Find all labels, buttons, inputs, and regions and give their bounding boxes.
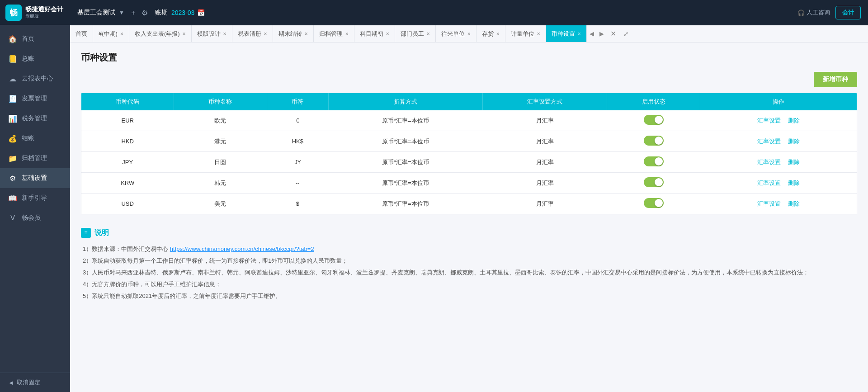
tab-archive-close[interactable]: ×: [345, 31, 349, 37]
toggle-track-0[interactable]: [644, 115, 664, 125]
tab-inventory[interactable]: 存货 ×: [476, 25, 505, 43]
tab-zhongqi-close[interactable]: ×: [120, 31, 123, 37]
new-currency-button[interactable]: 新增币种: [814, 72, 857, 87]
tab-unit[interactable]: 计量单位 ×: [505, 25, 546, 43]
rate-settings-link-2[interactable]: 汇率设置: [757, 159, 781, 165]
tab-home[interactable]: 首页: [70, 25, 93, 43]
sidebar-item-invoice[interactable]: 🧾 发票管理: [0, 89, 70, 109]
page-title: 币种设置: [81, 52, 857, 64]
tab-prev-arrow[interactable]: ◀: [587, 25, 597, 43]
tab-template[interactable]: 模版设计 ×: [192, 25, 232, 43]
tab-subject[interactable]: 科目期初 ×: [354, 25, 395, 43]
settings-gear-icon[interactable]: ⚙: [142, 9, 148, 17]
sidebar-pin-label: 取消固定: [17, 378, 40, 387]
sidebar-item-home[interactable]: 🏠 首页: [0, 29, 70, 49]
sidebar-item-ledger[interactable]: 📒 总账: [0, 49, 70, 69]
sidebar-item-reports-label: 云报表中心: [22, 75, 53, 83]
home-icon: 🏠: [8, 34, 17, 43]
delete-link-4[interactable]: 删除: [788, 200, 800, 207]
toggle-2[interactable]: [644, 156, 664, 166]
cell-actions-0: 汇率设置 删除: [700, 110, 857, 131]
tab-unit-close[interactable]: ×: [537, 31, 540, 37]
tab-home-label: 首页: [75, 30, 87, 38]
tab-close-all-button[interactable]: ✕: [607, 25, 620, 43]
sidebar-item-vip[interactable]: V 畅会员: [0, 208, 70, 228]
tab-zhongqi[interactable]: ¥(中期) ×: [93, 25, 129, 43]
notes-content: 1）数据来源：中国外汇交易中心 https://www.chinamoney.c…: [81, 243, 857, 302]
tab-dept-close[interactable]: ×: [427, 31, 430, 37]
toggle-0[interactable]: [644, 115, 664, 125]
company-name: 基层工会测试: [77, 9, 115, 17]
cell-status-2: [607, 152, 700, 173]
sidebar-item-reports[interactable]: ☁ 云报表中心: [0, 69, 70, 89]
toggle-track-4[interactable]: [644, 198, 664, 208]
cell-rate-type-4: 月汇率: [483, 194, 607, 214]
settings-icon: ⚙: [8, 174, 17, 183]
pin-icon: ◄: [8, 379, 14, 386]
tab-taxbook-close[interactable]: ×: [264, 31, 267, 37]
tab-template-close[interactable]: ×: [223, 31, 226, 37]
cell-code-0: EUR: [81, 110, 174, 131]
toggle-1[interactable]: [644, 136, 664, 146]
delete-link-2[interactable]: 删除: [788, 159, 800, 165]
tab-annual-close[interactable]: ×: [183, 31, 186, 37]
company-dropdown-icon[interactable]: ▼: [119, 9, 124, 16]
toggle-track-1[interactable]: [644, 136, 664, 146]
notes-link[interactable]: https://www.chinamoney.com.cn/chinese/bk…: [170, 246, 314, 252]
invoice-icon: 🧾: [8, 94, 17, 103]
sidebar-item-tax-label: 税务管理: [22, 114, 47, 123]
tab-annual[interactable]: 收入支出表(年报) ×: [129, 25, 192, 43]
sidebar: 畅 畅捷通好会计 旗舰版 🏠 首页 📒 总账 ☁ 云报表中心 🧾 发票管理 📊 …: [0, 0, 70, 392]
delete-link-3[interactable]: 删除: [788, 179, 800, 186]
cloud-icon: ☁: [8, 74, 17, 83]
table-row: JPY 日圆 J¥ 原币*汇率=本位币 月汇率 汇率设置 删除: [81, 152, 857, 173]
add-tab-button[interactable]: ＋: [130, 8, 137, 18]
logo-sub: 旗舰版: [25, 13, 63, 19]
service-button[interactable]: 🎧 人工咨询: [797, 9, 830, 17]
sidebar-nav: 🏠 首页 📒 总账 ☁ 云报表中心 🧾 发票管理 📊 税务管理 💰 结账 📁 归…: [0, 25, 70, 373]
tab-currency-close[interactable]: ×: [578, 31, 581, 37]
toggle-track-2[interactable]: [644, 156, 664, 166]
toggle-track-3[interactable]: [644, 177, 664, 187]
col-header-status: 启用状态: [607, 93, 700, 110]
rate-settings-link-0[interactable]: 汇率设置: [757, 117, 781, 124]
rate-settings-link-1[interactable]: 汇率设置: [757, 138, 781, 145]
calendar-icon[interactable]: 📅: [197, 9, 205, 16]
tab-period-end[interactable]: 期末结转 ×: [273, 25, 314, 43]
cell-rate-type-1: 月汇率: [483, 131, 607, 152]
rate-settings-link-3[interactable]: 汇率设置: [757, 179, 781, 186]
tab-next-arrow[interactable]: ▶: [597, 25, 607, 43]
tab-partner-close[interactable]: ×: [467, 31, 471, 37]
sidebar-item-guide[interactable]: 📖 新手引导: [0, 188, 70, 208]
archive-icon: 📁: [8, 154, 17, 163]
delete-link-1[interactable]: 删除: [788, 138, 800, 145]
sidebar-item-archive[interactable]: 📁 归档管理: [0, 148, 70, 168]
tab-partner[interactable]: 往来单位 ×: [436, 25, 476, 43]
sidebar-item-settings[interactable]: ⚙ 基础设置: [0, 168, 70, 188]
tab-archive[interactable]: 归档管理 ×: [314, 25, 354, 43]
sidebar-item-tax[interactable]: 📊 税务管理: [0, 109, 70, 128]
cell-status-4: [607, 194, 700, 214]
accountant-button[interactable]: 会计: [835, 6, 861, 19]
logo-title: 畅捷通好会计: [25, 5, 63, 13]
cell-code-4: USD: [81, 194, 174, 214]
delete-link-0[interactable]: 删除: [788, 117, 800, 124]
tab-expand-button[interactable]: ⤢: [620, 25, 632, 43]
tab-currency[interactable]: 币种设置 ×: [546, 25, 587, 43]
tab-taxbook[interactable]: 税表清册 ×: [232, 25, 273, 43]
cell-status-1: [607, 131, 700, 152]
tab-period-end-close[interactable]: ×: [305, 31, 308, 37]
cell-actions-2: 汇率设置 删除: [700, 152, 857, 173]
toggle-3[interactable]: [644, 177, 664, 187]
tab-inventory-close[interactable]: ×: [496, 31, 500, 37]
guide-icon: 📖: [8, 194, 17, 203]
tab-taxbook-label: 税表清册: [238, 30, 261, 38]
toggle-4[interactable]: [644, 198, 664, 208]
tab-dept[interactable]: 部门员工 ×: [395, 25, 436, 43]
sidebar-pin-toggle[interactable]: ◄ 取消固定: [0, 373, 70, 392]
table-row: USD 美元 $ 原币*汇率=本位币 月汇率 汇率设置 删除: [81, 194, 857, 214]
tab-subject-close[interactable]: ×: [386, 31, 389, 37]
sidebar-item-settle[interactable]: 💰 结账: [0, 128, 70, 148]
rate-settings-link-4[interactable]: 汇率设置: [757, 200, 781, 207]
cell-symbol-4: $: [267, 194, 328, 214]
